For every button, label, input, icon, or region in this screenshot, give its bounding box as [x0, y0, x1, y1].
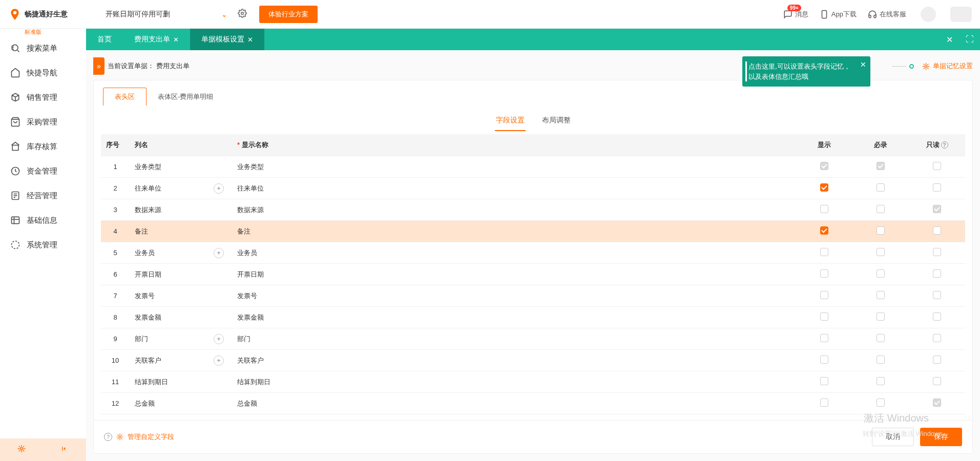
checkbox[interactable]	[933, 162, 941, 170]
cell-display[interactable]: 结算到期日	[232, 371, 796, 393]
tab-close-icon[interactable]: ✕	[173, 36, 179, 44]
checkbox[interactable]	[877, 205, 885, 213]
base-info-icon	[10, 215, 20, 225]
table-row[interactable]: 3数据来源数据来源	[101, 199, 965, 221]
checkbox[interactable]	[820, 183, 828, 192]
checkbox[interactable]	[820, 334, 828, 342]
sub-tab[interactable]: 字段设置	[495, 113, 526, 131]
sidebar-item-sales[interactable]: 销售管理	[0, 85, 86, 110]
sidebar-collapse-icon[interactable]	[60, 445, 69, 455]
cell-display[interactable]: 数据来源	[232, 199, 796, 221]
checkbox[interactable]	[820, 355, 828, 364]
checkbox[interactable]	[933, 248, 941, 256]
checkbox[interactable]	[877, 399, 885, 407]
fields-table-wrap[interactable]: 序号 列名 *显示名称 显示 必录 只读? 1业务类型业务类型2往来单位+往来单…	[101, 134, 965, 420]
tip-close-icon[interactable]: ✕	[860, 59, 866, 70]
close-all-tabs-icon[interactable]: ✕	[939, 35, 960, 45]
zone-tab[interactable]: 表头区	[103, 88, 147, 106]
support-button[interactable]: 在线客服	[868, 10, 906, 19]
cell-display[interactable]: 关联客户	[232, 350, 796, 371]
cancel-button[interactable]: 取消	[872, 428, 914, 446]
checkbox[interactable]	[820, 399, 828, 407]
checkbox[interactable]	[820, 205, 828, 213]
table-row[interactable]: 4备注备注	[101, 221, 965, 242]
checkbox[interactable]	[877, 291, 885, 299]
checkbox[interactable]	[820, 377, 828, 385]
table-row[interactable]: 8发票金额发票金额	[101, 307, 965, 328]
checkbox[interactable]	[877, 334, 885, 342]
table-row[interactable]: 10关联客户+关联客户	[101, 350, 965, 371]
sales-icon	[10, 92, 20, 102]
avatar-small[interactable]	[921, 7, 936, 22]
table-row[interactable]: 9部门+部门	[101, 328, 965, 350]
memory-settings-link[interactable]: 单据记忆设置	[892, 61, 973, 71]
gear-icon[interactable]	[238, 9, 247, 20]
table-row[interactable]: 11结算到期日结算到期日	[101, 371, 965, 393]
plus-icon[interactable]: +	[214, 248, 224, 258]
cell-display[interactable]: 总金额	[232, 393, 796, 414]
checkbox[interactable]	[933, 269, 941, 278]
experience-button[interactable]: 体验行业方案	[259, 6, 318, 23]
sidebar-item-purchase[interactable]: 采购管理	[0, 110, 86, 134]
checkbox[interactable]	[820, 248, 828, 256]
save-button[interactable]: 保存	[920, 428, 962, 446]
fullscreen-icon[interactable]: ⛶	[960, 35, 980, 44]
help-icon[interactable]: ?	[941, 141, 948, 149]
download-button[interactable]: App下载	[820, 10, 857, 19]
sidebar-settings-icon[interactable]	[17, 445, 26, 455]
checkbox[interactable]	[820, 291, 828, 299]
checkbox[interactable]	[877, 269, 885, 278]
checkbox[interactable]	[877, 183, 885, 192]
tab-close-icon[interactable]: ✕	[247, 36, 253, 44]
checkbox[interactable]	[933, 291, 941, 299]
expand-handle-icon[interactable]: »	[93, 57, 105, 75]
messages-button[interactable]: 99+ 消息	[783, 10, 808, 19]
checkbox[interactable]	[820, 226, 828, 235]
checkbox[interactable]	[877, 312, 885, 321]
sub-tab[interactable]: 布局调整	[541, 113, 572, 131]
tab-费用支出单[interactable]: 费用支出单✕	[123, 29, 190, 50]
cell-display[interactable]: 发票号	[232, 285, 796, 307]
checkbox[interactable]	[933, 183, 941, 192]
cell-display[interactable]: 开票日期	[232, 264, 796, 285]
checkbox[interactable]	[877, 248, 885, 256]
cell-display[interactable]: 发票金额	[232, 307, 796, 328]
checkbox[interactable]	[877, 377, 885, 385]
account-selector[interactable]: 开账日期可停用可删 ⌄	[106, 10, 227, 19]
checkbox[interactable]	[933, 377, 941, 385]
table-row[interactable]: 2往来单位+往来单位	[101, 178, 965, 199]
cell-display[interactable]: 部门	[232, 328, 796, 350]
sidebar-item-quick-nav[interactable]: 快捷导航	[0, 60, 86, 85]
sidebar-item-operation[interactable]: 经营管理	[0, 183, 86, 208]
table-row[interactable]: 5业务员+业务员	[101, 242, 965, 264]
checkbox[interactable]	[933, 226, 941, 235]
checkbox[interactable]	[877, 226, 885, 235]
zone-tab[interactable]: 表体区-费用单明细	[146, 88, 225, 106]
table-row[interactable]: 12总金额总金额	[101, 393, 965, 414]
cell-display[interactable]: 备注	[232, 221, 796, 242]
checkbox[interactable]	[877, 355, 885, 364]
checkbox[interactable]	[933, 312, 941, 321]
checkbox[interactable]	[933, 355, 941, 364]
table-row[interactable]: 6开票日期开票日期	[101, 264, 965, 285]
sidebar-item-base-info[interactable]: 基础信息	[0, 208, 86, 233]
cell-display[interactable]: 业务员	[232, 242, 796, 264]
checkbox[interactable]	[820, 269, 828, 278]
sidebar-item-system[interactable]: 系统管理	[0, 233, 86, 257]
cell-display[interactable]: 业务类型	[232, 156, 796, 178]
plus-icon[interactable]: +	[214, 355, 224, 366]
sidebar-item-search[interactable]: 搜索菜单	[0, 36, 86, 60]
plus-icon[interactable]: +	[214, 334, 224, 344]
plus-icon[interactable]: +	[214, 183, 224, 194]
table-row[interactable]: 7发票号发票号	[101, 285, 965, 307]
manage-custom-fields-link[interactable]: ? 管理自定义字段	[104, 432, 174, 442]
sidebar-item-funds[interactable]: 资金管理	[0, 159, 86, 183]
cell-display[interactable]: 往来单位	[232, 178, 796, 199]
checkbox[interactable]	[933, 334, 941, 342]
tab-首页[interactable]: 首页	[86, 29, 123, 50]
checkbox[interactable]	[820, 312, 828, 321]
avatar-large[interactable]	[950, 7, 972, 22]
tab-单据模板设置[interactable]: 单据模板设置✕	[190, 29, 264, 50]
table-row[interactable]: 1业务类型业务类型	[101, 156, 965, 178]
sidebar-item-inventory[interactable]: 库存核算	[0, 134, 86, 159]
